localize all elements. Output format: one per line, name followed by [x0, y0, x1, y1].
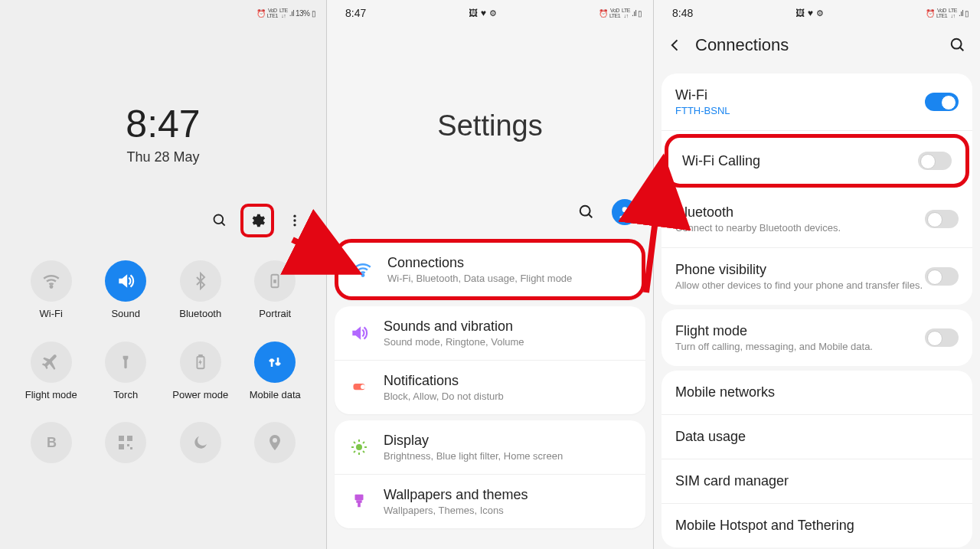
settings-row[interactable]: ConnectionsWi-Fi, Bluetooth, Data usage,…: [338, 243, 642, 296]
svg-point-18: [622, 207, 628, 212]
qs-tile[interactable]: Portrait: [238, 260, 313, 320]
conn-row[interactable]: Data usage: [662, 415, 972, 459]
row-title: Data usage: [675, 429, 959, 445]
wifi-icon: [352, 260, 374, 279]
status-icon-image: 🖼: [795, 8, 805, 18]
row-sub: Turn off calling, messaging, and Mobile …: [675, 341, 925, 352]
svg-line-1: [222, 223, 225, 226]
qs-tile[interactable]: [238, 422, 313, 463]
phone-quick-settings: ⏰ VoDLTE1 LTE↓↑ .ıl 13% ▯ 8:47 Thu 28 Ma…: [0, 0, 326, 549]
settings-row[interactable]: NotificationsBlock, Allow, Do not distur…: [335, 360, 645, 414]
wifi-icon[interactable]: [31, 260, 72, 302]
toggle[interactable]: [925, 267, 959, 286]
pin-icon[interactable]: [254, 422, 296, 463]
gear-icon[interactable]: [244, 208, 270, 234]
sound-icon[interactable]: [105, 260, 146, 302]
qs-tile[interactable]: Wi-Fi: [14, 260, 89, 320]
svg-point-22: [356, 444, 362, 450]
svg-point-21: [361, 384, 365, 389]
row-sub: Sound mode, Ringtone, Volume: [384, 336, 632, 348]
qs-label: Flight mode: [25, 389, 77, 401]
qs-tile[interactable]: B: [14, 422, 89, 463]
svg-line-27: [354, 442, 355, 443]
conn-row[interactable]: Flight modeTurn off calling, messaging, …: [662, 309, 972, 366]
search-icon[interactable]: [207, 208, 233, 234]
row-title: Bluetooth: [675, 204, 925, 221]
status-icon-heart: ♥: [808, 8, 813, 18]
svg-line-33: [960, 47, 964, 51]
conn-row[interactable]: Mobile networks: [662, 371, 972, 415]
clock-time: 8:47: [0, 102, 326, 146]
status-bar: ⏰ VoDLTE1 LTE↓↑ .ıl 13% ▯: [0, 0, 326, 21]
status-icons: ⏰ VoDLTE1 LTE↓↑ .ıl 13% ▯: [256, 8, 315, 18]
moon-icon[interactable]: [180, 422, 221, 463]
qs-tile[interactable]: Flight mode: [14, 341, 89, 401]
status-icons-right: ⏰ VoDLTE1 LTE↓↑ .ıl ▯: [599, 8, 642, 18]
settings-actions: [327, 142, 653, 233]
conn-row[interactable]: Mobile Hotspot and Tethering: [662, 504, 972, 547]
conn-card-3: Mobile networksData usageSIM card manage…: [662, 371, 972, 547]
svg-rect-14: [127, 444, 129, 446]
svg-rect-13: [119, 444, 124, 449]
battery-icon[interactable]: [180, 341, 221, 383]
svg-point-16: [580, 206, 590, 216]
qs-tile[interactable]: [89, 422, 164, 463]
svg-rect-7: [273, 279, 276, 283]
svg-rect-15: [130, 447, 132, 449]
qs-tile[interactable]: Bluetooth: [163, 260, 238, 320]
svg-point-32: [952, 39, 962, 49]
search-icon[interactable]: [573, 199, 599, 225]
svg-line-17: [589, 214, 593, 218]
toggle[interactable]: [925, 328, 959, 347]
connections-title: Connections: [695, 35, 937, 55]
qs-tile[interactable]: Torch: [89, 341, 164, 401]
plane-icon[interactable]: [31, 341, 72, 383]
clock-block: 8:47 Thu 28 May: [0, 102, 326, 165]
settings-row[interactable]: DisplayBrightness, Blue light filter, Ho…: [335, 420, 645, 474]
portrait-icon[interactable]: [254, 260, 296, 302]
qr-icon[interactable]: [105, 422, 146, 463]
row-title: Mobile Hotspot and Tethering: [675, 518, 959, 534]
more-icon[interactable]: [282, 208, 308, 234]
status-icon-gear: ⚙: [816, 8, 824, 18]
torch-icon[interactable]: [105, 341, 146, 383]
row-title: Wi-Fi Calling: [682, 153, 918, 169]
svg-rect-31: [355, 495, 364, 500]
settings-row[interactable]: Sounds and vibrationSound mode, Ringtone…: [335, 306, 645, 360]
qs-tile[interactable]: Power mode: [163, 341, 238, 401]
back-icon[interactable]: [668, 38, 683, 53]
toggle[interactable]: [925, 210, 959, 228]
settings-card: ConnectionsWi-Fi, Bluetooth, Data usage,…: [335, 239, 645, 300]
conn-row[interactable]: Wi-Fi Calling: [668, 138, 965, 184]
toggle[interactable]: [918, 152, 952, 170]
bluetooth-icon[interactable]: [180, 260, 221, 302]
phone-connections: 8:48 🖼 ♥ ⚙ ⏰ VoDLTE1 LTE↓↑ .ıl ▯ Connect…: [653, 0, 980, 549]
qs-tile[interactable]: Sound: [89, 260, 164, 320]
qs-tile[interactable]: Mobile data: [238, 341, 313, 401]
search-icon[interactable]: [949, 37, 966, 54]
settings-row[interactable]: Wallpapers and themesWallpapers, Themes,…: [335, 474, 645, 528]
row-title: Flight mode: [675, 323, 925, 339]
row-sub: Block, Allow, Do not disturb: [384, 391, 632, 402]
qs-label: Torch: [113, 389, 138, 401]
brush-icon: [348, 492, 370, 511]
status-bar: 8:48 🖼 ♥ ⚙ ⏰ VoDLTE1 LTE↓↑ .ıl ▯: [654, 0, 980, 21]
conn-card-2: Flight modeTurn off calling, messaging, …: [662, 309, 972, 366]
svg-line-30: [354, 451, 355, 453]
data-icon[interactable]: [254, 341, 296, 383]
conn-row[interactable]: SIM card manager: [662, 459, 972, 504]
qs-label: Mobile data: [250, 389, 301, 401]
qs-grid: Wi-FiSoundBluetoothPortraitFlight modeTo…: [0, 237, 326, 463]
conn-row[interactable]: BluetoothConnect to nearby Bluetooth dev…: [662, 191, 972, 248]
b-icon[interactable]: B: [31, 422, 72, 463]
conn-row[interactable]: Phone visibilityAllow other devices to f…: [662, 248, 972, 305]
clock-date: Thu 28 May: [0, 149, 326, 165]
qs-tile[interactable]: [163, 422, 238, 463]
status-icons-right: ⏰ VoDLTE1 LTE↓↑ .ıl ▯: [926, 8, 969, 18]
svg-rect-11: [119, 436, 124, 441]
conn-row[interactable]: Wi-FiFTTH-BSNL: [662, 74, 972, 131]
status-time: 8:47: [345, 7, 366, 19]
avatar-icon[interactable]: [612, 199, 638, 225]
row-title: Connections: [387, 255, 628, 271]
toggle[interactable]: [925, 93, 959, 111]
